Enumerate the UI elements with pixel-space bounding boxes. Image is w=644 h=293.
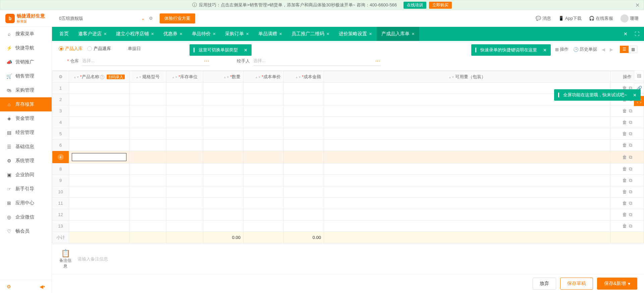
- tab-close-icon[interactable]: ✕: [246, 32, 249, 36]
- cell-qty[interactable]: [203, 209, 244, 221]
- cell-amt[interactable]: [284, 140, 324, 151]
- copy-icon[interactable]: ⧉: [629, 212, 632, 217]
- next-icon[interactable]: ▶: [610, 47, 613, 52]
- tab-close-icon[interactable]: ✕: [213, 32, 216, 36]
- cell-name[interactable]: [69, 128, 129, 140]
- sidebar-item[interactable]: ◈资金管理: [0, 111, 52, 126]
- cell-amt[interactable]: [284, 175, 324, 186]
- cell-name[interactable]: [69, 105, 129, 117]
- user-menu[interactable]: 珊珊: [621, 14, 639, 22]
- cell-avail[interactable]: [324, 140, 610, 151]
- cell-amt[interactable]: [284, 128, 324, 140]
- save-draft-button[interactable]: 保存草稿: [560, 278, 593, 290]
- sidebar-item[interactable]: ⌂库存核算: [0, 97, 52, 111]
- cell-avail[interactable]: [324, 117, 610, 128]
- copy-icon[interactable]: ⧉: [629, 119, 632, 125]
- radio-product-out[interactable]: 产品退库: [87, 46, 111, 52]
- cell-unit[interactable]: [166, 117, 203, 128]
- cell-price[interactable]: [244, 140, 284, 151]
- tab[interactable]: 产成品入库单✕: [377, 27, 419, 41]
- delete-icon[interactable]: 🗑: [622, 108, 627, 113]
- help-icon[interactable]: ?: [100, 75, 104, 79]
- tab[interactable]: 进价策略设置✕: [334, 27, 377, 41]
- try-plan-button[interactable]: 体验行业方案: [160, 13, 195, 23]
- cell-avail[interactable]: [324, 186, 610, 198]
- cell-spec[interactable]: [129, 94, 166, 105]
- dock-template-icon[interactable]: ▤: [634, 70, 644, 81]
- cell-qty[interactable]: [203, 186, 244, 198]
- cell-spec[interactable]: [129, 198, 166, 209]
- sidebar-item[interactable]: 🛍采购管理: [0, 83, 52, 97]
- sidebar-item[interactable]: ♡畅会员: [0, 224, 52, 238]
- th-settings[interactable]: ⚙: [52, 71, 69, 83]
- cell-avail[interactable]: [324, 151, 610, 163]
- delete-icon[interactable]: 🗑: [622, 178, 627, 183]
- cell-spec[interactable]: [129, 209, 166, 221]
- tip-close-icon[interactable]: ✕: [543, 48, 547, 53]
- radio-product-in[interactable]: 产品入库: [59, 46, 83, 52]
- tab-close-icon[interactable]: ✕: [369, 32, 372, 36]
- cell-avail[interactable]: [324, 105, 610, 117]
- messages-link[interactable]: 💬消息: [536, 15, 551, 21]
- sidebar-item[interactable]: ◎企业微信: [0, 210, 52, 224]
- tab[interactable]: 采购订单✕: [220, 27, 254, 41]
- cell-price[interactable]: [244, 151, 284, 163]
- tab[interactable]: 单品满赠✕: [254, 27, 287, 41]
- cell-spec[interactable]: [129, 221, 166, 232]
- tip-close-icon[interactable]: ✕: [244, 48, 248, 53]
- cell-name[interactable]: [69, 151, 129, 163]
- th-name[interactable]: ▲▼*产品名称? 扫码录入: [69, 71, 129, 83]
- table-row[interactable]: 12🗑⧉: [52, 209, 644, 221]
- cell-price[interactable]: [244, 163, 284, 175]
- cell-spec[interactable]: [129, 140, 166, 151]
- delete-icon[interactable]: 🗑: [622, 154, 627, 160]
- cell-unit[interactable]: [166, 175, 203, 186]
- cell-name[interactable]: [69, 221, 129, 232]
- cell-unit[interactable]: [166, 198, 203, 209]
- delete-icon[interactable]: 🗑: [622, 223, 627, 229]
- tab-close-icon[interactable]: ✕: [279, 32, 282, 36]
- cell-qty[interactable]: [203, 163, 244, 175]
- cell-qty[interactable]: [203, 198, 244, 209]
- th-unit[interactable]: ▲▼*库存单位: [166, 71, 203, 83]
- banner-close-icon[interactable]: ✕: [635, 2, 640, 8]
- delete-icon[interactable]: 🗑: [622, 166, 627, 172]
- cell-unit[interactable]: [166, 221, 203, 232]
- cell-price[interactable]: [244, 209, 284, 221]
- tab-close-icon[interactable]: ✕: [412, 32, 415, 36]
- tab-close-icon[interactable]: ✕: [326, 32, 329, 36]
- tab-close-icon[interactable]: ✕: [104, 32, 107, 36]
- cell-amt[interactable]: [284, 209, 324, 221]
- discard-button[interactable]: 放弃: [533, 278, 556, 290]
- th-price[interactable]: ▲▼*成本单价: [244, 71, 284, 83]
- cell-amt[interactable]: [284, 83, 324, 94]
- delete-icon[interactable]: 🗑: [622, 131, 627, 136]
- tab-close-icon[interactable]: ✕: [151, 32, 154, 36]
- th-spec[interactable]: ▲▼规格型号: [129, 71, 166, 83]
- copy-icon[interactable]: ⧉: [629, 166, 632, 172]
- cell-price[interactable]: [244, 83, 284, 94]
- settings-icon[interactable]: ⚙: [7, 284, 11, 289]
- cell-spec[interactable]: [129, 105, 166, 117]
- sidebar-item[interactable]: ⊞应用中心: [0, 196, 52, 210]
- cell-qty[interactable]: [203, 128, 244, 140]
- delete-icon[interactable]: 🗑: [622, 189, 627, 194]
- cell-amt[interactable]: [284, 117, 324, 128]
- cell-name[interactable]: [69, 186, 129, 198]
- cell-price[interactable]: [244, 221, 284, 232]
- tip-close-icon[interactable]: ✕: [633, 93, 637, 98]
- cell-spec[interactable]: [129, 186, 166, 198]
- cell-avail[interactable]: [324, 209, 610, 221]
- cell-avail[interactable]: [324, 175, 610, 186]
- cell-amt[interactable]: [284, 94, 324, 105]
- cell-name[interactable]: [69, 140, 129, 151]
- copy-icon[interactable]: ⧉: [629, 154, 632, 160]
- cell-avail[interactable]: [324, 163, 610, 175]
- cell-price[interactable]: [244, 186, 284, 198]
- cell-qty[interactable]: [203, 221, 244, 232]
- cell-amt[interactable]: [284, 163, 324, 175]
- cell-price[interactable]: [244, 175, 284, 186]
- cell-qty[interactable]: [203, 175, 244, 186]
- cell-amt[interactable]: [284, 186, 324, 198]
- cell-name[interactable]: [69, 175, 129, 186]
